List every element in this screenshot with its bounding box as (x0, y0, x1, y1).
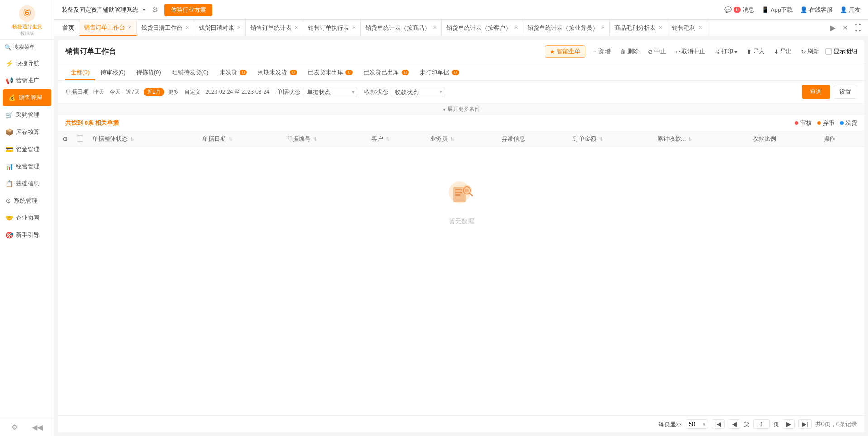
sidebar-item-guide[interactable]: 🎯 新手引导 (0, 227, 54, 244)
date-opt-custom[interactable]: 自定义 (182, 88, 202, 96)
sidebar-item-inventory[interactable]: 📦 库存核算 (0, 123, 54, 141)
page-next-btn[interactable]: ▶ (783, 419, 795, 429)
sub-tab-shipped-not-wh[interactable]: 已发货未出库 0 (302, 66, 359, 80)
export-btn[interactable]: ⬇ 导出 (771, 46, 795, 57)
sub-tab-pending-pickup[interactable]: 待拣货(0) (131, 66, 167, 80)
tab-close-icon[interactable]: ✕ (185, 25, 189, 31)
sort-amount-icon[interactable]: ⇅ (599, 137, 603, 142)
table-scroll[interactable]: ⚙ 单据整体状态 ⇅ 单据日期 (58, 131, 864, 415)
tab-sales-order-workbench[interactable]: 销售订单工作台 ✕ (79, 20, 137, 36)
tab-close-icon[interactable]: ✕ (433, 25, 437, 31)
sort-date-icon[interactable]: ⇅ (229, 137, 232, 142)
industry-btn[interactable]: 体验行业方案 (164, 4, 212, 16)
tab-sales-stat-product[interactable]: 销货单统计表（按商品） ✕ (361, 20, 442, 36)
th-status-label: 单据整体状态 (92, 135, 128, 142)
show-detail-checkbox[interactable] (825, 48, 832, 55)
settings-bottom-icon[interactable]: ⚙ (11, 423, 18, 431)
cancel-review-action-btn[interactable]: 弃审 (817, 119, 834, 127)
expand-more-btn[interactable]: ▾ 展开更多条件 (58, 104, 864, 115)
delete-btn[interactable]: 🗑 删除 (617, 46, 642, 57)
import-btn[interactable]: ⬆ 导入 (744, 46, 767, 57)
page-prev-btn[interactable]: ◀ (729, 419, 740, 429)
table-header-row: ⚙ 单据整体状态 ⇅ 单据日期 (58, 131, 864, 147)
sidebar-item-sales[interactable]: 💰 销售管理 (3, 89, 51, 106)
review-action-btn[interactable]: 审核 (795, 119, 812, 127)
collapse-icon[interactable]: ◀◀ (32, 423, 43, 431)
sub-tab-pending-review[interactable]: 待审核(0) (95, 66, 131, 80)
tab-close-icon[interactable]: ✕ (658, 25, 662, 31)
app-download-item[interactable]: 📱 App下载 (762, 6, 793, 14)
tab-close-icon[interactable]: ✕ (601, 25, 605, 31)
header-settings-icon[interactable]: ⚙ (152, 5, 158, 14)
page-last-btn[interactable]: ▶| (798, 419, 811, 429)
tab-close-icon[interactable]: ✕ (237, 25, 241, 31)
sub-tab-not-printed[interactable]: 未打印单据 0 (414, 66, 465, 80)
sub-tab-wangpu[interactable]: 旺铺待发货(0) (167, 66, 214, 80)
tab-sales-stat-staff[interactable]: 销货单统计表（按业务员） ✕ (523, 20, 610, 36)
inventory-icon: 📦 (5, 128, 13, 136)
sidebar-item-quick-nav[interactable]: ⚡ 快捷导航 (0, 55, 54, 72)
tab-close-icon[interactable]: ✕ (128, 24, 132, 30)
tab-close-icon[interactable]: ✕ (698, 25, 702, 31)
sidebar-item-purchase[interactable]: 🛒 采购管理 (0, 106, 54, 123)
system-dropdown[interactable]: ▾ (143, 7, 145, 13)
query-btn[interactable]: 查询 (802, 85, 830, 99)
sort-received-icon[interactable]: ⇅ (688, 137, 692, 142)
tab-cash-daily[interactable]: 钱货日清工作台 ✕ (137, 20, 194, 36)
message-item[interactable]: 💬 6 消息 (724, 6, 754, 14)
tab-sales-stat-customer[interactable]: 销货单统计表（按客户） ✕ (442, 20, 523, 36)
sidebar-item-finance[interactable]: 💳 资金管理 (0, 141, 54, 158)
sidebar-search[interactable]: 🔍 搜索菜单 (0, 40, 54, 55)
tab-maximize[interactable]: ⛶ (852, 20, 864, 36)
tab-home[interactable]: 首页 (58, 20, 79, 36)
ship-action-btn[interactable]: 发货 (840, 119, 857, 127)
sub-tab-all[interactable]: 全部(0) (65, 66, 95, 80)
sub-tab-overdue[interactable]: 到期未发货 0 (252, 66, 302, 80)
page-first-btn[interactable]: |◀ (712, 419, 725, 429)
tab-sales-order-stat[interactable]: 销售订单统计表 ✕ (246, 20, 303, 36)
not-shipped-badge: 0 (240, 70, 247, 75)
date-opt-more[interactable]: 更多 (166, 88, 181, 96)
sort-number-icon[interactable]: ⇅ (313, 137, 317, 142)
sort-status-icon[interactable]: ⇅ (130, 137, 134, 142)
tab-sales-order-exec[interactable]: 销售订单执行表 ✕ (303, 20, 361, 36)
date-opt-7days[interactable]: 近7天 (124, 88, 142, 96)
date-range-badge[interactable]: 近1月 (144, 88, 165, 96)
sidebar-item-enterprise[interactable]: 🤝 企业协同 (0, 209, 54, 227)
tab-scroll-right[interactable]: ▶ (828, 20, 839, 36)
sidebar-item-marketing[interactable]: 📢 营销推广 (0, 72, 54, 89)
page-number-input[interactable] (753, 419, 770, 429)
print-btn[interactable]: 🖨 打印 ▾ (711, 46, 740, 57)
per-page-select[interactable]: 50 20 100 (686, 419, 708, 429)
tab-close-icon[interactable]: ✕ (352, 25, 356, 31)
sub-tab-shipped-out-wh[interactable]: 已发货已出库 0 (358, 66, 414, 80)
import-label: 导入 (753, 47, 765, 56)
online-service-item[interactable]: 👤 在线客服 (800, 6, 833, 14)
new-btn[interactable]: ＋ 新增 (589, 46, 614, 57)
date-opt-today[interactable]: 今天 (108, 88, 122, 96)
payment-select[interactable]: 收款状态 (391, 87, 445, 97)
tab-sales-profit[interactable]: 销售毛利 ✕ (667, 20, 707, 36)
tab-label: 钱货日清工作台 (141, 24, 182, 32)
tab-cash-reconcile[interactable]: 钱货日清对账 ✕ (194, 20, 246, 36)
tab-close-icon[interactable]: ✕ (294, 25, 298, 31)
user-item[interactable]: 👤 用友 (840, 6, 861, 14)
sidebar-item-base-info[interactable]: 📋 基础信息 (0, 175, 54, 192)
refresh-btn[interactable]: ↻ 刷新 (798, 46, 822, 57)
sort-customer-icon[interactable]: ⇅ (386, 137, 389, 142)
status-select[interactable]: 单据状态 (303, 87, 357, 97)
date-opt-yesterday[interactable]: 昨天 (91, 88, 106, 96)
tab-close-all[interactable]: ✕ (839, 20, 851, 36)
sidebar-item-system[interactable]: ⚙ 系统管理 (0, 192, 54, 209)
smart-generate-btn[interactable]: ★ 智能生单 (545, 45, 585, 58)
abort-btn[interactable]: ⊘ 中止 (645, 46, 669, 57)
header-checkbox[interactable] (77, 135, 83, 142)
sub-tab-not-shipped[interactable]: 未发货 0 (214, 66, 253, 80)
sort-salesperson-icon[interactable]: ⇅ (451, 137, 454, 142)
filter-settings-btn[interactable]: 设置 (834, 85, 857, 99)
tab-close-icon[interactable]: ✕ (514, 25, 518, 31)
sidebar-item-business[interactable]: 📊 经营管理 (0, 158, 54, 175)
cancel-abort-btn[interactable]: ↩ 取消中止 (672, 46, 708, 57)
tab-gross-margin[interactable]: 商品毛利分析表 ✕ (610, 20, 667, 36)
column-settings-icon[interactable]: ⚙ (62, 136, 68, 142)
